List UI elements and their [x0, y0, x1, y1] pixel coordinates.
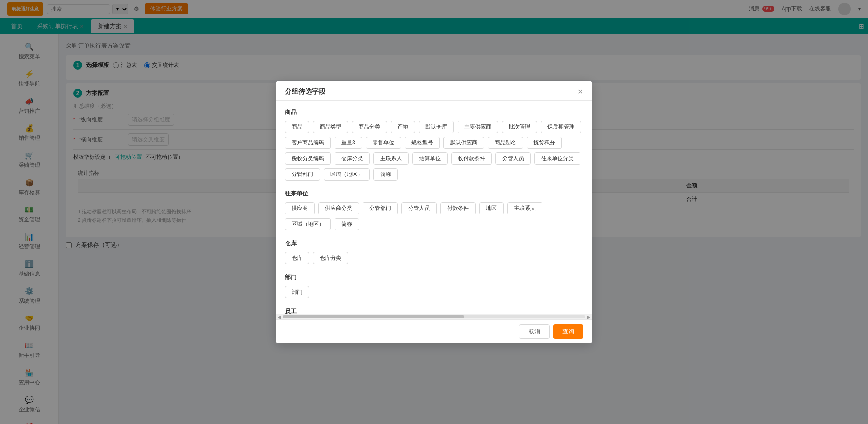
modal-hscrollbar[interactable]: ◀ ▶	[276, 314, 592, 319]
field-tag[interactable]: 主要供应商	[458, 121, 498, 133]
hscroll-thumb[interactable]	[283, 315, 464, 318]
modal-title: 分组待选字段	[285, 87, 326, 96]
field-tag[interactable]: 商品分类	[352, 121, 387, 133]
cancel-button[interactable]: 取消	[519, 324, 550, 339]
group-warehouse: 仓库 仓库 仓库分类	[285, 239, 583, 264]
field-tag[interactable]: 批次管理	[502, 121, 537, 133]
group-goods-items: 商品 商品类型 商品分类 产地 默认仓库 主要供应商 批次管理 保质期管理 客户…	[285, 121, 583, 181]
field-tag[interactable]: 简称	[335, 218, 359, 230]
field-tag[interactable]: 仓库分类	[335, 152, 370, 165]
group-staff-title: 员工	[285, 307, 583, 314]
group-goods: 商品 商品 商品类型 商品分类 产地 默认仓库 主要供应商 批次管理 保质期管理…	[285, 108, 583, 181]
group-partners-items: 供应商 供应商分类 分管部门 分管人员 付款条件 地区 主联系人 区域（地区） …	[285, 202, 583, 230]
field-tag[interactable]: 主联系人	[373, 152, 409, 165]
group-staff: 员工 业务员	[285, 307, 583, 314]
field-tag[interactable]: 客户商品编码	[285, 137, 331, 149]
group-goods-title: 商品	[285, 108, 583, 116]
field-tag[interactable]: 商品别名	[488, 137, 523, 149]
group-dept-title: 部门	[285, 273, 583, 281]
field-tag[interactable]: 产地	[391, 121, 415, 133]
group-warehouse-items: 仓库 仓库分类	[285, 252, 583, 264]
field-tag[interactable]: 商品类型	[313, 121, 348, 133]
field-tag[interactable]: 区域（地区）	[285, 218, 331, 230]
group-partners: 往来单位 供应商 供应商分类 分管部门 分管人员 付款条件 地区 主联系人 区域…	[285, 190, 583, 230]
field-tag[interactable]: 区域（地区）	[324, 168, 370, 181]
field-tag[interactable]: 零售单位	[366, 137, 401, 149]
modal-overlay: 分组待选字段 ✕ 商品 商品 商品类型 商品分类 产地 默认仓库 主要供应商 批…	[0, 0, 868, 424]
group-dept: 部门 部门	[285, 273, 583, 298]
field-tag[interactable]: 保质期管理	[541, 121, 581, 133]
modal-close-btn[interactable]: ✕	[577, 87, 583, 96]
field-tag[interactable]: 商品	[285, 121, 309, 133]
group-warehouse-title: 仓库	[285, 239, 583, 248]
field-tag[interactable]: 结算单位	[412, 152, 448, 165]
field-tag[interactable]: 仓库分类	[313, 252, 348, 264]
field-tag[interactable]: 简称	[373, 168, 398, 181]
field-tag[interactable]: 供应商	[285, 202, 315, 214]
field-tag[interactable]: 税收分类编码	[285, 152, 331, 165]
modal-footer: 取消 查询	[276, 319, 592, 343]
confirm-button[interactable]: 查询	[553, 324, 583, 339]
field-tag[interactable]: 主联系人	[507, 202, 542, 214]
field-tag[interactable]: 分管部门	[363, 202, 398, 214]
field-tag[interactable]: 供应商分类	[318, 202, 359, 214]
field-tag[interactable]: 默认供应商	[443, 137, 484, 149]
modal-header: 分组待选字段 ✕	[276, 81, 592, 101]
field-selection-modal: 分组待选字段 ✕ 商品 商品 商品类型 商品分类 产地 默认仓库 主要供应商 批…	[276, 81, 592, 343]
hscroll-track[interactable]	[283, 315, 585, 318]
field-tag[interactable]: 往来单位分类	[534, 152, 580, 165]
field-tag[interactable]: 重量3	[335, 137, 362, 149]
field-tag[interactable]: 分管人员	[495, 152, 531, 165]
field-tag[interactable]: 规格型号	[405, 137, 440, 149]
field-tag[interactable]: 拣货积分	[527, 137, 562, 149]
hscroll-left-arrow[interactable]: ◀	[278, 314, 281, 319]
group-partners-title: 往来单位	[285, 190, 583, 198]
field-tag[interactable]: 地区	[479, 202, 504, 214]
field-tag[interactable]: 仓库	[285, 252, 309, 264]
field-tag[interactable]: 部门	[285, 286, 309, 298]
field-tag[interactable]: 收付款条件	[451, 152, 492, 165]
field-tag[interactable]: 默认仓库	[419, 121, 454, 133]
field-tag[interactable]: 分管人员	[401, 202, 437, 214]
group-dept-items: 部门	[285, 286, 583, 298]
hscroll-right-arrow[interactable]: ▶	[587, 314, 590, 319]
field-tag[interactable]: 分管部门	[285, 168, 320, 181]
modal-body: 商品 商品 商品类型 商品分类 产地 默认仓库 主要供应商 批次管理 保质期管理…	[276, 101, 592, 314]
field-tag[interactable]: 付款条件	[440, 202, 476, 214]
